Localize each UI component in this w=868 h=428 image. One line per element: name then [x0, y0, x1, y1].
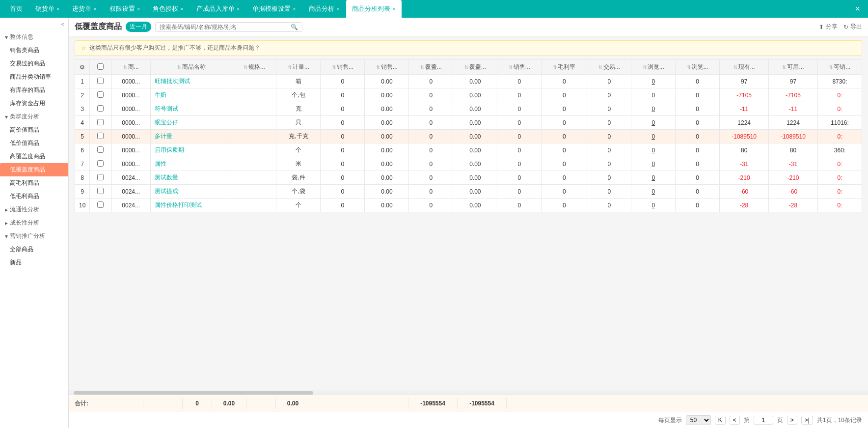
nav-close-analysis-list[interactable]: × [392, 6, 395, 12]
nav-product-analysis-list[interactable]: 商品分析列表 × [346, 0, 401, 18]
window-close-button[interactable]: × [851, 4, 864, 14]
search-icon[interactable]: 🔍 [291, 24, 298, 30]
td-browse1[interactable]: 0 [631, 157, 676, 171]
nav-purchase[interactable]: 进货单 × [66, 0, 102, 18]
sidebar-collapse-button[interactable]: « [0, 18, 68, 30]
td-name[interactable]: 属性价格打印测试 [150, 199, 232, 212]
th-current[interactable]: 现有... [720, 60, 769, 75]
sidebar-item-new-products[interactable]: 新品 [0, 256, 68, 269]
export-button[interactable]: ↻ 导出 [843, 23, 862, 31]
th-gross-rate[interactable]: 毛利率 [542, 60, 587, 75]
th-sales-qty[interactable]: 销售... [321, 60, 365, 75]
th-settings[interactable]: ⚙ [75, 60, 90, 75]
date-badge[interactable]: 近一月 [126, 22, 151, 32]
nav-close-role[interactable]: × [180, 6, 183, 12]
sidebar-item-stock-capital[interactable]: 库存资金占用 [0, 97, 68, 110]
nav-role[interactable]: 角色授权 × [147, 0, 189, 18]
nav-close-permission[interactable]: × [137, 6, 140, 12]
td-checkbox[interactable] [90, 116, 111, 130]
sidebar-item-stocked[interactable]: 有库存的商品 [0, 84, 68, 97]
search-input[interactable] [160, 24, 289, 30]
td-checkbox[interactable] [90, 185, 111, 199]
nav-close-sales[interactable]: × [56, 6, 59, 12]
td-browse1[interactable]: 0 [631, 75, 676, 88]
sidebar-section-growth[interactable]: ▸ 成长性分析 [0, 216, 68, 229]
sidebar-item-low-value[interactable]: 低价值商品 [0, 137, 68, 150]
td-browse1[interactable]: 0 [631, 116, 676, 130]
th-code[interactable]: 商... [111, 60, 150, 75]
share-button[interactable]: ⬆ 分享 [819, 23, 838, 31]
next-page-button[interactable]: > [787, 416, 797, 425]
td-name[interactable]: 符号测试 [150, 102, 232, 116]
sidebar-item-all-products[interactable]: 全部商品 [0, 243, 68, 256]
td-checkbox[interactable] [90, 143, 111, 157]
td-name[interactable]: 测试数量 [150, 171, 232, 185]
current-page-input[interactable] [754, 416, 773, 425]
nav-close-template[interactable]: × [293, 6, 296, 12]
nav-product-inbound[interactable]: 产成品入库单 × [190, 0, 245, 18]
nav-home[interactable]: 首页 [4, 0, 28, 18]
th-unit[interactable]: 计量... [276, 60, 321, 75]
td-checkbox[interactable] [90, 130, 111, 143]
td-checkbox[interactable] [90, 199, 111, 212]
first-page-button[interactable]: K [715, 416, 726, 425]
nav-permission[interactable]: 权限设置 × [104, 0, 146, 18]
sidebar-section-cluster[interactable]: ▾ 类群度分析 [0, 110, 68, 123]
td-browse1[interactable]: 0 [631, 199, 676, 212]
nav-close-product-inbound[interactable]: × [237, 6, 240, 12]
th-browse1[interactable]: 浏览... [631, 60, 676, 75]
td-code: 0000... [111, 157, 150, 171]
td-browse1[interactable]: 0 [631, 171, 676, 185]
td-name[interactable]: 牛奶 [150, 88, 232, 102]
sidebar-item-low-coverage[interactable]: 低覆盖度商品 [0, 163, 68, 176]
th-spec[interactable]: 规格... [232, 60, 276, 75]
th-sales2[interactable]: 销售... [497, 60, 542, 75]
td-browse1[interactable]: 0 [631, 130, 676, 143]
prev-page-button[interactable]: < [730, 416, 740, 425]
nav-close-purchase[interactable]: × [93, 6, 96, 12]
sidebar-item-category-rate[interactable]: 商品分类动销率 [0, 70, 68, 84]
th-sellable[interactable]: 可销... [817, 60, 862, 75]
td-name[interactable]: 多计量 [150, 130, 232, 143]
sidebar-section-overall[interactable]: ▾ 整体信息 [0, 30, 68, 44]
td-browse1[interactable]: 0 [631, 143, 676, 157]
td-name[interactable]: 眠宝公仔 [150, 116, 232, 130]
nav-product-analysis[interactable]: 商品分析 × [303, 0, 345, 18]
sidebar-section-liquidity[interactable]: ▸ 流通性分析 [0, 203, 68, 216]
sidebar-item-high-value[interactable]: 高价值商品 [0, 123, 68, 137]
search-box[interactable]: 🔍 [155, 22, 302, 32]
td-name[interactable]: 属性 [150, 157, 232, 171]
sidebar-item-traded-products[interactable]: 交易过的商品 [0, 57, 68, 70]
th-browse2[interactable]: 浏览... [676, 60, 720, 75]
sidebar-item-sales-products[interactable]: 销售类商品 [0, 44, 68, 57]
nav-template-settings[interactable]: 单据模板设置 × [246, 0, 301, 18]
sidebar-item-high-margin[interactable]: 高毛利商品 [0, 176, 68, 190]
nav-close-analysis[interactable]: × [336, 6, 339, 12]
td-browse1[interactable]: 0 [631, 102, 676, 116]
th-sales-amt[interactable]: 销售... [365, 60, 409, 75]
select-all-checkbox[interactable] [97, 63, 104, 70]
last-page-button[interactable]: >| [801, 416, 813, 425]
td-name[interactable]: 旺辅批次测试 [150, 75, 232, 88]
td-checkbox[interactable] [90, 171, 111, 185]
sidebar-section-marketing[interactable]: ▾ 营销推广分析 [0, 229, 68, 243]
td-browse1[interactable]: 0 [631, 185, 676, 199]
th-available[interactable]: 可用... [769, 60, 818, 75]
sidebar-item-high-coverage[interactable]: 高覆盖度商品 [0, 150, 68, 163]
table-container[interactable]: ⚙ 商... 商品名称 规格... 计量... 销售... 销售... 覆盖..… [69, 56, 868, 391]
page-size-select[interactable]: 50 20 100 [686, 415, 711, 425]
td-browse1[interactable]: 0 [631, 88, 676, 102]
td-checkbox[interactable] [90, 75, 111, 88]
nav-sales-order[interactable]: 销货单 × [29, 0, 65, 18]
horizontal-scrollbar[interactable] [69, 391, 868, 395]
th-cover1[interactable]: 覆盖... [409, 60, 453, 75]
td-checkbox[interactable] [90, 102, 111, 116]
sidebar-item-low-margin[interactable]: 低毛利商品 [0, 190, 68, 203]
td-name[interactable]: 测试提成 [150, 185, 232, 199]
td-checkbox[interactable] [90, 157, 111, 171]
th-name[interactable]: 商品名称 [150, 60, 232, 75]
th-cover2[interactable]: 覆盖... [453, 60, 497, 75]
td-name[interactable]: 启用保质期 [150, 143, 232, 157]
td-checkbox[interactable] [90, 88, 111, 102]
th-trade[interactable]: 交易... [587, 60, 631, 75]
